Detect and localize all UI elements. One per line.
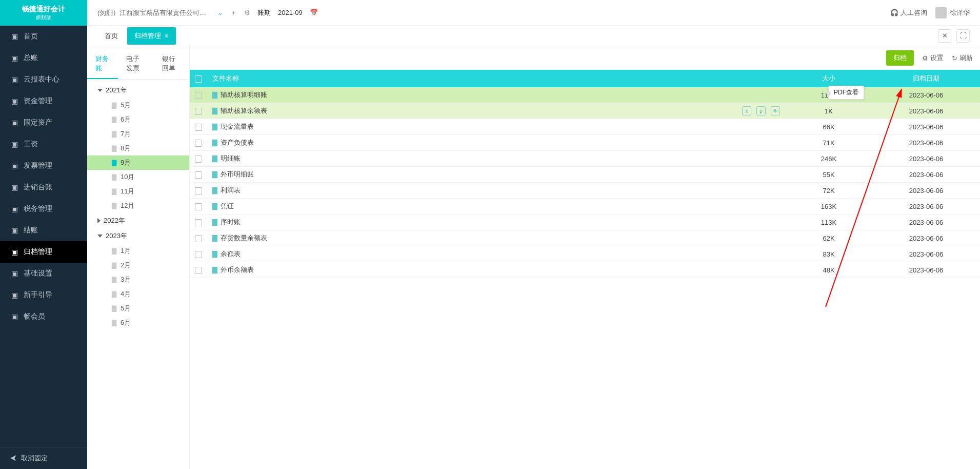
vip-icon: ▣ [10,312,18,321]
tab-1[interactable]: 归档管理✕ [127,27,176,45]
settings-link[interactable]: ⚙ 设置 [922,53,944,63]
sidebar-item-4[interactable]: ▣固定资产 [0,112,87,133]
chevron-down-icon[interactable]: ⌄ [217,9,223,16]
row-checkbox[interactable] [195,140,202,147]
file-size: 55K [785,167,872,183]
download-pdf-icon[interactable]: p [756,106,766,115]
tree-month-0-0[interactable]: ▇5月 [87,98,189,112]
sidebar-item-9[interactable]: ▣结账 [0,220,87,241]
gear-icon[interactable]: ⚙ [244,9,250,16]
file-size: 113K [785,214,872,230]
user-menu[interactable]: 徐泽华 [935,7,970,18]
sidebar-item-13[interactable]: ▣畅会员 [0,306,87,327]
row-checkbox[interactable] [195,155,202,163]
table-row[interactable]: ▇资产负债表71K2023-06-06 [190,135,980,151]
download-excel-icon[interactable]: x [742,106,751,115]
tree-month-0-4[interactable]: ▇9月 [87,155,189,170]
row-checkbox[interactable] [195,203,202,210]
archive-button[interactable]: 归档 [886,50,914,66]
help-link[interactable]: 🎧 人工咨询 [890,8,927,17]
folder-icon: ▇ [112,173,116,181]
row-checkbox[interactable] [195,92,202,99]
tree-month-0-6[interactable]: ▇11月 [87,184,189,199]
sidebar: 畅捷通好会计 旗舰版 ▣首页▣总账▣云报表中心▣资金管理▣固定资产▣工资▣发票管… [0,0,87,469]
chart-icon: ▣ [10,75,18,84]
close-icon[interactable]: ✕ [164,33,169,39]
table-row[interactable]: ▇存货数量余额表62K2023-06-06 [190,230,980,246]
table-row[interactable]: ▇外币明细账55K2023-06-06 [190,167,980,183]
table-row[interactable]: ▇凭证163K2023-06-06 [190,199,980,214]
folder-icon: ▇ [212,234,217,242]
tree-column: 财务账电子发票银行回单 2021年▇5月▇6月▇7月▇8月▇9月▇10月▇11月… [87,46,190,469]
tree-month-2-3[interactable]: ▇4月 [87,287,189,301]
refresh-link[interactable]: ↻ 刷新 [952,53,973,63]
sidebar-item-10[interactable]: ▣归档管理 [0,241,87,263]
sidebar-item-8[interactable]: ▣税务管理 [0,198,87,220]
tree-year-1[interactable]: 2022年 [87,213,189,228]
year-tree: 2021年▇5月▇6月▇7月▇8月▇9月▇10月▇11月▇12月2022年202… [87,80,189,333]
company-selector[interactable]: (勿删）江西服宝精品有限责任公司（... [97,8,210,17]
sidebar-item-0[interactable]: ▣首页 [0,26,87,47]
fullscreen-button[interactable]: ⛶ [956,29,970,43]
tab-0[interactable]: 首页 [97,27,125,45]
sidebar-item-11[interactable]: ▣基础设置 [0,263,87,284]
tree-year-2[interactable]: 2023年 [87,228,189,244]
row-checkbox[interactable] [195,124,202,131]
tree-month-0-1[interactable]: ▇6月 [87,112,189,127]
row-checkbox[interactable] [195,219,202,226]
archive-date: 2023-06-06 [872,183,980,199]
table-row[interactable]: ▇外币余额表48K2023-06-06 [190,262,980,278]
table-row[interactable]: ▇余额表83K2023-06-06 [190,246,980,262]
tree-month-0-5[interactable]: ▇10月 [87,170,189,184]
row-checkbox[interactable] [195,267,202,274]
sidebar-unpin[interactable]: ⮜ 取消固定 [0,447,87,469]
close-all-tabs-button[interactable]: ✕ [938,29,951,43]
table-row[interactable]: ▇现金流量表66K2023-06-06 [190,119,980,135]
add-icon[interactable]: ＋ [230,8,237,17]
refresh-label: 刷新 [959,53,973,63]
file-name: 利润表 [221,186,241,194]
caret-icon [97,218,101,223]
row-checkbox[interactable] [195,171,202,179]
gear-icon: ⚙ [922,54,928,62]
folder-icon: ▇ [112,262,116,269]
row-checkbox[interactable] [195,235,202,242]
pdf-view-icon[interactable]: 👁 [771,106,780,115]
tree-month-0-7[interactable]: ▇12月 [87,199,189,213]
tree-month-2-0[interactable]: ▇1月 [87,244,189,258]
row-checkbox[interactable] [195,108,202,115]
table-row[interactable]: ▇序时账113K2023-06-06 [190,214,980,230]
sidebar-item-1[interactable]: ▣总账 [0,47,87,69]
archive-date: 2023-06-06 [872,167,980,183]
subtab-0[interactable]: 财务账 [87,49,118,79]
sidebar-item-3[interactable]: ▣资金管理 [0,90,87,112]
sidebar-item-5[interactable]: ▣工资 [0,133,87,155]
sidebar-item-7[interactable]: ▣进销台账 [0,177,87,198]
select-all-checkbox[interactable] [195,75,202,83]
tree-month-2-5[interactable]: ▇6月 [87,316,189,330]
file-size: 71K [785,135,872,151]
subtab-2[interactable]: 银行回单 [154,49,189,79]
sidebar-item-2[interactable]: ▣云报表中心 [0,69,87,90]
tree-year-0[interactable]: 2021年 [87,83,189,98]
sidebar-item-6[interactable]: ▣发票管理 [0,155,87,177]
row-checkbox[interactable] [195,251,202,258]
folder-icon: ▇ [212,218,217,226]
archive-date: 2023-06-06 [872,246,980,262]
table-row[interactable]: ▇辅助核算余额表xp👁1K2023-06-06 [190,103,980,119]
stock-icon: ▣ [10,183,18,191]
period-value[interactable]: 2021-09 [278,9,303,16]
tree-month-2-2[interactable]: ▇3月 [87,272,189,287]
tree-month-0-2[interactable]: ▇7月 [87,127,189,141]
archive-date: 2023-06-06 [872,119,980,135]
row-checkbox[interactable] [195,187,202,194]
sidebar-item-12[interactable]: ▣新手引导 [0,284,87,306]
table-row[interactable]: ▇利润表72K2023-06-06 [190,183,980,199]
tree-month-0-3[interactable]: ▇8月 [87,141,189,155]
table-row[interactable]: ▇明细账246K2023-06-06 [190,151,980,167]
subtab-1[interactable]: 电子发票 [118,49,153,79]
tree-month-2-4[interactable]: ▇5月 [87,301,189,316]
tree-month-2-1[interactable]: ▇2月 [87,258,189,272]
calendar-icon[interactable]: 📅 [310,9,318,16]
sidebar-item-label: 畅会员 [24,312,45,321]
